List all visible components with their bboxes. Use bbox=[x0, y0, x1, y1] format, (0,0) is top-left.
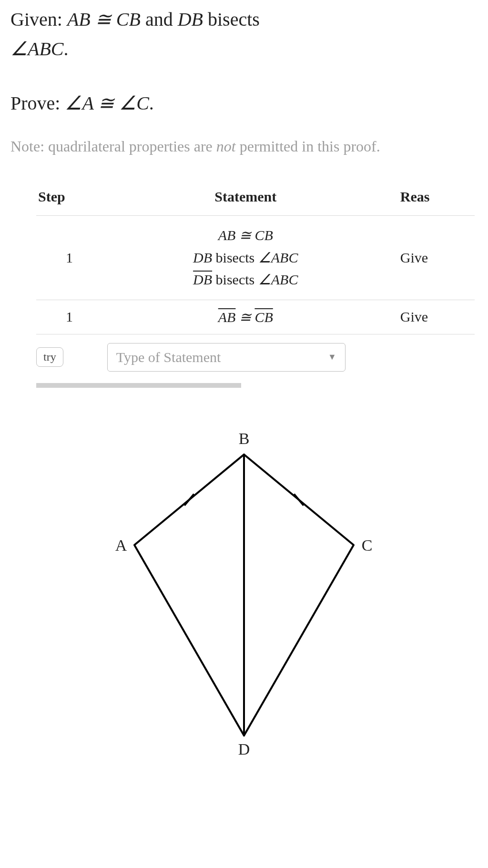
proof-table: Step Statement Reas 1 AB ≅ CB DB bisects… bbox=[36, 182, 475, 380]
period: . bbox=[64, 38, 69, 60]
try-button[interactable]: try bbox=[36, 347, 63, 367]
col-step: Step bbox=[36, 182, 102, 216]
math-cb: CB bbox=[116, 9, 141, 30]
statement-cell: AB ≅ CB DB bisects ∠ABC DB bisects ∠ABC bbox=[102, 216, 389, 300]
congruent-symbol: ≅ bbox=[93, 92, 119, 114]
proof-table-wrap: Step Statement Reas 1 AB ≅ CB DB bisects… bbox=[36, 182, 478, 388]
svg-line-2 bbox=[184, 494, 194, 505]
table-row: 1 AB ≅ CB Give bbox=[36, 300, 475, 334]
given-text-line2: ∠ABC. bbox=[10, 34, 478, 64]
point-label-b: B bbox=[239, 430, 250, 447]
statement-input-cell: Type of Statement ▼ bbox=[102, 334, 389, 380]
given-mid: and bbox=[141, 9, 178, 30]
svg-line-3 bbox=[294, 494, 304, 505]
prove-text: Prove: ∠A ≅ ∠C. bbox=[10, 89, 478, 118]
table-row: try Type of Statement ▼ bbox=[36, 334, 475, 380]
reason-cell: Give bbox=[389, 300, 475, 334]
given-mid2: bisects bbox=[203, 9, 260, 30]
angle-abc: ABC bbox=[28, 38, 64, 60]
col-statement: Statement bbox=[102, 182, 389, 216]
prove-prefix: Prove: bbox=[10, 92, 65, 114]
reason-cell bbox=[389, 334, 475, 380]
col-reason: Reas bbox=[389, 182, 475, 216]
geometry-figure: B A C D bbox=[96, 421, 392, 764]
angle-symbol: ∠ bbox=[10, 38, 28, 60]
angle-c: ∠C bbox=[119, 92, 149, 114]
step-number: 1 bbox=[36, 300, 102, 334]
horizontal-scrollbar[interactable] bbox=[36, 383, 241, 388]
given-text: Given: AB ≅ CB and DB bisects bbox=[10, 5, 478, 34]
given-prefix: Given: bbox=[10, 9, 67, 30]
reason-cell: Give bbox=[389, 216, 475, 300]
table-row: 1 AB ≅ CB DB bisects ∠ABC DB bisects ∠AB… bbox=[36, 216, 475, 300]
note-text: Note: quadrilateral properties are not p… bbox=[10, 133, 478, 159]
statement-type-select[interactable]: Type of Statement ▼ bbox=[107, 343, 346, 372]
chevron-down-icon: ▼ bbox=[328, 352, 336, 362]
statement-type-placeholder: Type of Statement bbox=[116, 349, 221, 365]
statement-cell: AB ≅ CB bbox=[102, 300, 389, 334]
math-db: DB bbox=[178, 9, 203, 30]
point-label-c: C bbox=[362, 536, 373, 554]
step-number: 1 bbox=[36, 216, 102, 300]
point-label-a: A bbox=[115, 536, 127, 554]
congruent-symbol: ≅ bbox=[91, 9, 116, 30]
angle-a: ∠A bbox=[65, 92, 93, 114]
period: . bbox=[149, 92, 154, 114]
try-cell: try bbox=[36, 334, 102, 380]
point-label-d: D bbox=[238, 740, 250, 758]
math-ab: AB bbox=[67, 9, 91, 30]
